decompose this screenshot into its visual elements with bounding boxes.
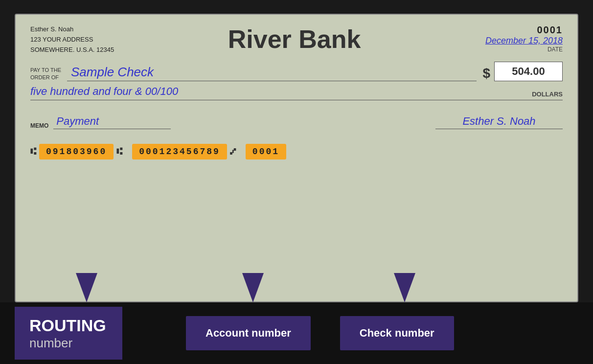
routing-label-block: ROUTING number: [15, 307, 122, 360]
amount-box: 504.00: [494, 62, 563, 81]
memo-section: MEMO Payment: [30, 115, 171, 129]
date-value: December 15, 2018: [475, 36, 563, 46]
check-number-label: Check number: [340, 316, 454, 350]
routing-label-bottom: number: [29, 336, 72, 351]
check-number-micr: 0001: [246, 144, 286, 159]
routing-arrow: [76, 273, 97, 302]
written-amount: five hundred and four & 00/100: [30, 85, 178, 98]
pay-label: PAY TO THE ORDER OF: [30, 67, 61, 82]
bank-name: River Bank: [124, 24, 465, 54]
routing-number: 091803960: [39, 144, 114, 159]
check-number-date-block: 0001 December 15, 2018 DATE: [475, 24, 563, 53]
routing-close-symbol: ⑆: [116, 146, 122, 158]
written-amount-row: five hundred and four & 00/100 DOLLARS: [30, 85, 563, 100]
signature-line: Esther S. Noah: [435, 115, 563, 129]
check-number-top: 0001: [475, 24, 563, 36]
owner-address2: SOMEWHERE. U.S.A. 12345: [30, 45, 114, 55]
date-label: DATE: [475, 46, 563, 53]
dollars-label: DOLLARS: [532, 91, 563, 98]
check-document: Esther S. Noah 123 YOUR ADDRESS SOMEWHER…: [15, 14, 578, 302]
signature-value: Esther S. Noah: [462, 115, 535, 127]
account-number: 000123456789: [132, 144, 227, 159]
check-header: Esther S. Noah 123 YOUR ADDRESS SOMEWHER…: [30, 24, 563, 55]
memo-label: MEMO: [30, 122, 48, 129]
account-owner: Esther S. Noah 123 YOUR ADDRESS SOMEWHER…: [30, 24, 114, 55]
account-arrow: [242, 273, 264, 302]
dollar-sign: $: [482, 66, 490, 81]
payee-line: Sample Check: [67, 65, 477, 81]
owner-address1: 123 YOUR ADDRESS: [30, 35, 114, 45]
payee-name: Sample Check: [67, 65, 154, 79]
routing-label-top: ROUTING: [29, 316, 106, 336]
bottom-label-area: ROUTING number Account number Check numb…: [0, 302, 593, 364]
memo-sig-row: MEMO Payment Esther S. Noah: [30, 115, 563, 129]
check-arrow: [394, 273, 415, 302]
micr-row: ⑆ 091803960 ⑆ 000123456789 ⑇ 0001: [30, 144, 563, 159]
memo-value: Payment: [53, 115, 99, 127]
account-close-symbol: ⑇: [230, 146, 236, 158]
memo-line: Payment: [53, 115, 171, 129]
pay-to-row: PAY TO THE ORDER OF Sample Check $ 504.0…: [30, 62, 563, 81]
routing-open-symbol: ⑆: [30, 146, 36, 158]
account-number-label: Account number: [186, 316, 311, 350]
amount-wrapper: $ 504.00: [482, 62, 563, 81]
owner-name: Esther S. Noah: [30, 24, 114, 35]
